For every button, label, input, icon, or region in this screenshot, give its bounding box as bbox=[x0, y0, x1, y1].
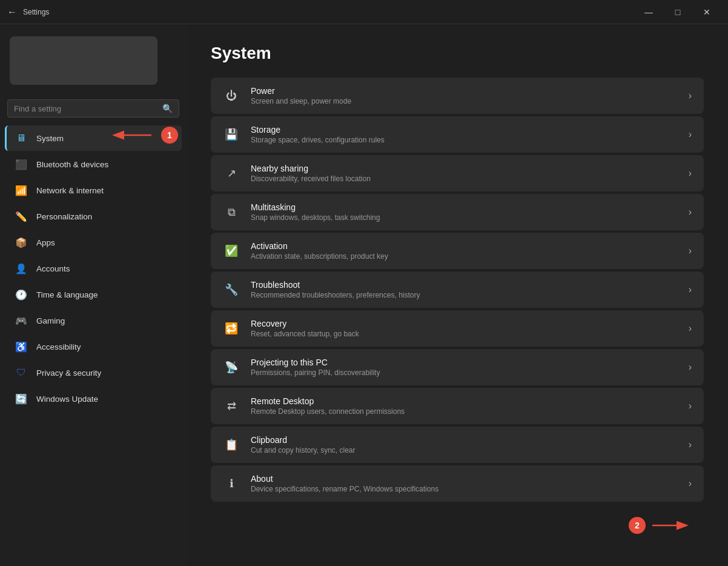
back-button[interactable]: ← bbox=[7, 7, 17, 18]
sidebar-label-bluetooth: Bluetooth & devices bbox=[36, 160, 108, 169]
nav-icon-apps: 📦 bbox=[15, 236, 28, 249]
sidebar-item-apps[interactable]: 📦Apps bbox=[5, 230, 182, 255]
nav-icon-network: 📶 bbox=[15, 184, 28, 197]
settings-text-activation: ActivationActivation state, subscription… bbox=[251, 241, 678, 261]
search-box[interactable]: 🔍 bbox=[7, 99, 179, 118]
search-icon[interactable]: 🔍 bbox=[162, 104, 173, 113]
settings-title-activation: Activation bbox=[251, 241, 678, 251]
nav-icon-bluetooth: ⬛ bbox=[15, 158, 28, 171]
nav-icon-windows-update: 🔄 bbox=[15, 392, 28, 405]
sidebar-label-privacy: Privacy & security bbox=[36, 368, 101, 378]
chevron-icon-about: › bbox=[689, 478, 692, 489]
settings-text-storage: StorageStorage space, drives, configurat… bbox=[251, 125, 678, 144]
sidebar-label-system: System bbox=[36, 134, 64, 143]
settings-icon-recovery: 🔁 bbox=[223, 320, 240, 337]
page-title: System bbox=[211, 44, 704, 63]
sidebar-label-network: Network & internet bbox=[36, 186, 104, 195]
chevron-icon-storage: › bbox=[689, 129, 692, 140]
nav-icon-accessibility: ♿ bbox=[15, 340, 28, 353]
sidebar-label-personalization: Personalization bbox=[36, 212, 92, 221]
sidebar-item-accessibility[interactable]: ♿Accessibility bbox=[5, 334, 182, 359]
settings-sub-projecting: Permissions, pairing PIN, discoverabilit… bbox=[251, 368, 678, 377]
settings-title-nearby-sharing: Nearby sharing bbox=[251, 164, 678, 173]
settings-title-clipboard: Clipboard bbox=[251, 435, 678, 445]
settings-icon-about: ℹ bbox=[223, 475, 240, 492]
settings-icon-activation: ✅ bbox=[223, 242, 240, 259]
settings-item-activation[interactable]: ✅ActivationActivation state, subscriptio… bbox=[211, 233, 704, 269]
nav-icon-time: 🕐 bbox=[15, 288, 28, 301]
settings-item-about[interactable]: ℹAboutDevice specifications, rename PC, … bbox=[211, 465, 704, 502]
settings-item-nearby-sharing[interactable]: ↗Nearby sharingDiscoverability, received… bbox=[211, 155, 704, 191]
settings-item-storage[interactable]: 💾StorageStorage space, drives, configura… bbox=[211, 116, 704, 153]
settings-text-troubleshoot: TroubleshootRecommended troubleshooters,… bbox=[251, 280, 678, 299]
main-content: System ⏻PowerScreen and sleep, power mod… bbox=[187, 24, 728, 566]
minimize-button[interactable]: — bbox=[635, 2, 663, 22]
settings-list: ⏻PowerScreen and sleep, power mode›💾Stor… bbox=[211, 78, 704, 502]
settings-title-projecting: Projecting to this PC bbox=[251, 358, 678, 367]
settings-sub-power: Screen and sleep, power mode bbox=[251, 97, 678, 105]
avatar bbox=[10, 36, 157, 85]
settings-title-about: About bbox=[251, 474, 678, 484]
settings-text-recovery: RecoveryReset, advanced startup, go back bbox=[251, 319, 678, 338]
settings-title-recovery: Recovery bbox=[251, 319, 678, 328]
settings-item-projecting[interactable]: 📡Projecting to this PCPermissions, pairi… bbox=[211, 349, 704, 385]
settings-text-nearby-sharing: Nearby sharingDiscoverability, received … bbox=[251, 164, 678, 183]
chevron-icon-nearby-sharing: › bbox=[689, 168, 692, 179]
sidebar-item-accounts[interactable]: 👤Accounts bbox=[5, 256, 182, 281]
settings-icon-power: ⏻ bbox=[223, 87, 240, 104]
settings-title-multitasking: Multitasking bbox=[251, 202, 678, 212]
settings-icon-clipboard: 📋 bbox=[223, 436, 240, 453]
sidebar-label-time: Time & language bbox=[36, 290, 98, 299]
sidebar-item-privacy[interactable]: 🛡Privacy & security bbox=[5, 360, 182, 385]
sidebar-item-system[interactable]: 🖥System bbox=[5, 125, 182, 151]
close-button[interactable]: ✕ bbox=[693, 2, 721, 22]
sidebar-label-apps: Apps bbox=[36, 238, 55, 247]
settings-item-multitasking[interactable]: ⧉MultitaskingSnap windows, desktops, tas… bbox=[211, 194, 704, 230]
settings-item-power[interactable]: ⏻PowerScreen and sleep, power mode› bbox=[211, 78, 704, 114]
settings-text-projecting: Projecting to this PCPermissions, pairin… bbox=[251, 358, 678, 377]
settings-sub-remote-desktop: Remote Desktop users, connection permiss… bbox=[251, 407, 678, 416]
titlebar: ← Settings — □ ✕ bbox=[0, 0, 728, 24]
settings-text-multitasking: MultitaskingSnap windows, desktops, task… bbox=[251, 202, 678, 222]
settings-item-recovery[interactable]: 🔁RecoveryReset, advanced startup, go bac… bbox=[211, 310, 704, 347]
sidebar-item-time[interactable]: 🕐Time & language bbox=[5, 282, 182, 307]
sidebar-item-network[interactable]: 📶Network & internet bbox=[5, 178, 182, 203]
settings-title-troubleshoot: Troubleshoot bbox=[251, 280, 678, 290]
settings-item-clipboard[interactable]: 📋ClipboardCut and copy history, sync, cl… bbox=[211, 427, 704, 463]
sidebar-label-windows-update: Windows Update bbox=[36, 395, 98, 404]
profile-section bbox=[0, 29, 187, 92]
settings-icon-remote-desktop: ⇄ bbox=[223, 398, 240, 415]
chevron-icon-remote-desktop: › bbox=[689, 401, 692, 411]
settings-item-troubleshoot[interactable]: 🔧TroubleshootRecommended troubleshooters… bbox=[211, 271, 704, 308]
settings-icon-nearby-sharing: ↗ bbox=[223, 165, 240, 182]
sidebar-item-bluetooth[interactable]: ⬛Bluetooth & devices bbox=[5, 151, 182, 177]
settings-sub-recovery: Reset, advanced startup, go back bbox=[251, 330, 678, 338]
settings-text-remote-desktop: Remote DesktopRemote Desktop users, conn… bbox=[251, 396, 678, 416]
nav-icon-personalization: ✏️ bbox=[15, 210, 28, 223]
chevron-icon-recovery: › bbox=[689, 323, 692, 334]
settings-title-power: Power bbox=[251, 86, 678, 96]
settings-sub-troubleshoot: Recommended troubleshooters, preferences… bbox=[251, 291, 678, 299]
chevron-icon-clipboard: › bbox=[689, 439, 692, 450]
maximize-button[interactable]: □ bbox=[664, 2, 692, 22]
settings-sub-storage: Storage space, drives, configuration rul… bbox=[251, 136, 678, 144]
sidebar-label-accessibility: Accessibility bbox=[36, 342, 81, 351]
nav-icon-accounts: 👤 bbox=[15, 262, 28, 275]
settings-text-clipboard: ClipboardCut and copy history, sync, cle… bbox=[251, 435, 678, 454]
settings-title-storage: Storage bbox=[251, 125, 678, 135]
nav-list: 🖥System⬛Bluetooth & devices📶Network & in… bbox=[0, 125, 187, 412]
settings-sub-activation: Activation state, subscriptions, product… bbox=[251, 252, 678, 261]
app-body: 🔍 🖥System⬛Bluetooth & devices📶Network & … bbox=[0, 24, 728, 566]
sidebar-item-windows-update[interactable]: 🔄Windows Update bbox=[5, 386, 182, 411]
nav-icon-privacy: 🛡 bbox=[15, 366, 28, 379]
app-title: Settings bbox=[23, 8, 629, 16]
window-controls: — □ ✕ bbox=[635, 2, 721, 22]
settings-sub-multitasking: Snap windows, desktops, task switching bbox=[251, 213, 678, 222]
search-input[interactable] bbox=[14, 104, 157, 113]
settings-sub-about: Device specifications, rename PC, Window… bbox=[251, 485, 678, 493]
sidebar-item-gaming[interactable]: 🎮Gaming bbox=[5, 308, 182, 333]
settings-item-remote-desktop[interactable]: ⇄Remote DesktopRemote Desktop users, con… bbox=[211, 388, 704, 424]
settings-icon-troubleshoot: 🔧 bbox=[223, 281, 240, 298]
sidebar-item-personalization[interactable]: ✏️Personalization bbox=[5, 204, 182, 229]
settings-title-remote-desktop: Remote Desktop bbox=[251, 396, 678, 406]
